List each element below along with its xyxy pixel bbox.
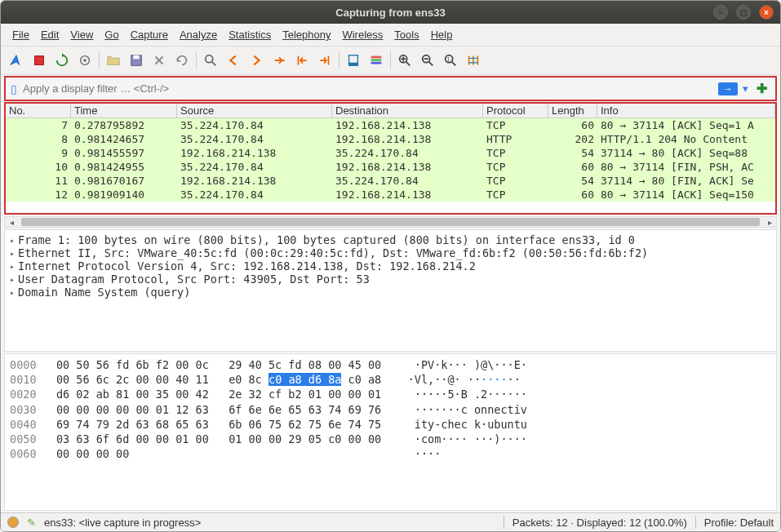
svg-rect-4	[133, 55, 139, 60]
go-forward-icon[interactable]	[246, 50, 267, 71]
edit-capture-comment-icon[interactable]: ✎	[27, 516, 36, 529]
packet-row[interactable]: 90.981455597192.168.214.13835.224.170.84…	[6, 146, 775, 160]
packet-row[interactable]: 100.98142495535.224.170.84192.168.214.13…	[6, 160, 775, 174]
detail-tree-item[interactable]: ▸Domain Name System (query)	[10, 286, 771, 299]
apply-filter-button[interactable]: →	[718, 82, 738, 95]
add-filter-button[interactable]: ✚	[753, 81, 770, 96]
filter-history-dropdown[interactable]: ▾	[741, 82, 750, 95]
zoom-out-icon[interactable]	[417, 50, 438, 71]
menu-go[interactable]: Go	[100, 26, 123, 43]
hex-line[interactable]: 0040 69 74 79 2d 63 68 65 63 6b 06 75 62…	[10, 417, 771, 432]
expand-caret-icon[interactable]: ▸	[10, 275, 15, 284]
svg-point-2	[83, 59, 87, 62]
window-title: Capturing from ens33	[335, 7, 445, 19]
zoom-reset-icon[interactable]: 1	[440, 50, 461, 71]
zoom-in-icon[interactable]	[394, 50, 415, 71]
shark-fin-icon[interactable]	[6, 50, 27, 71]
toolbar: 1	[1, 47, 780, 75]
reload-file-icon[interactable]	[171, 50, 193, 71]
hex-view-pane[interactable]: 0000 00 50 56 fd 6b f2 00 0c 29 40 5c fd…	[4, 353, 777, 511]
expand-caret-icon[interactable]: ▸	[10, 262, 15, 271]
packet-row[interactable]: 110.981670167192.168.214.13835.224.170.8…	[6, 174, 775, 188]
stop-capture-icon[interactable]	[29, 50, 50, 71]
column-source[interactable]: Source	[177, 104, 332, 117]
menu-capture[interactable]: Capture	[126, 26, 173, 43]
hex-line[interactable]: 0030 00 00 00 00 00 01 12 63 6f 6e 6e 65…	[10, 402, 771, 417]
menubar: File Edit View Go Capture Analyze Statis…	[1, 24, 780, 47]
menu-edit[interactable]: Edit	[36, 26, 64, 43]
status-bar: ✎ ens33: <live capture in progress> Pack…	[1, 512, 780, 531]
expand-caret-icon[interactable]: ▸	[10, 249, 15, 258]
detail-tree-item[interactable]: ▸Ethernet II, Src: VMware_40:5c:fd (00:0…	[10, 246, 771, 259]
column-no[interactable]: No.	[6, 104, 71, 117]
packet-details-pane[interactable]: ▸Frame 1: 100 bytes on wire (800 bits), …	[4, 229, 777, 352]
save-file-icon[interactable]	[126, 50, 147, 71]
close-file-icon[interactable]	[149, 50, 170, 71]
menu-analyze[interactable]: Analyze	[175, 26, 222, 43]
column-time[interactable]: Time	[71, 104, 177, 117]
hex-line[interactable]: 0010 00 56 6c 2c 00 00 40 11 e0 8c c0 a8…	[10, 372, 771, 387]
go-to-first-icon[interactable]	[291, 50, 313, 71]
colorize-icon[interactable]	[366, 50, 387, 71]
close-button[interactable]: ×	[759, 5, 774, 20]
packet-row[interactable]: 80.98142465735.224.170.84192.168.214.138…	[6, 132, 775, 146]
maximize-button[interactable]: ◻	[736, 5, 751, 20]
packet-list-hscrollbar[interactable]: ◂▸	[4, 216, 777, 228]
bookmark-icon[interactable]: ▯	[11, 82, 17, 95]
minimize-button[interactable]: –	[713, 5, 728, 20]
display-filter-input[interactable]	[20, 80, 715, 97]
expand-caret-icon[interactable]: ▸	[10, 236, 15, 245]
svg-text:1: 1	[447, 56, 450, 62]
capture-options-icon[interactable]	[74, 50, 95, 71]
menu-telephony[interactable]: Telephony	[277, 26, 335, 43]
expand-caret-icon[interactable]: ▸	[10, 288, 15, 297]
svg-point-6	[282, 60, 285, 62]
menu-statistics[interactable]: Statistics	[224, 26, 276, 43]
go-back-icon[interactable]	[223, 50, 244, 71]
svg-rect-10	[371, 59, 382, 61]
menu-wireless[interactable]: Wireless	[337, 26, 388, 43]
svg-rect-8	[349, 63, 358, 66]
packet-row[interactable]: 120.98190914035.224.170.84192.168.214.13…	[6, 188, 775, 202]
open-file-icon[interactable]	[103, 50, 124, 71]
hex-line[interactable]: 0000 00 50 56 fd 6b f2 00 0c 29 40 5c fd…	[10, 357, 771, 372]
menu-file[interactable]: File	[7, 26, 34, 43]
column-destination[interactable]: Destination	[332, 104, 483, 117]
menu-tools[interactable]: Tools	[389, 26, 424, 43]
column-protocol[interactable]: Protocol	[483, 104, 548, 117]
svg-rect-0	[35, 56, 44, 65]
packet-list: No. Time Source Destination Protocol Len…	[4, 102, 777, 215]
menu-help[interactable]: Help	[426, 26, 458, 43]
detail-tree-item[interactable]: ▸User Datagram Protocol, Src Port: 43905…	[10, 273, 771, 286]
auto-scroll-icon[interactable]	[343, 50, 364, 71]
packet-row[interactable]: 70.27879589235.224.170.84192.168.214.138…	[6, 118, 775, 132]
svg-rect-9	[371, 56, 382, 59]
status-packets: Packets: 12 · Displayed: 12 (100.0%)	[513, 516, 687, 529]
find-packet-icon[interactable]	[200, 50, 221, 71]
status-interface: ens33: <live capture in progress>	[44, 516, 201, 529]
detail-tree-item[interactable]: ▸Internet Protocol Version 4, Src: 192.1…	[10, 259, 771, 273]
detail-tree-item[interactable]: ▸Frame 1: 100 bytes on wire (800 bits), …	[10, 233, 771, 246]
hex-line[interactable]: 0050 03 63 6f 6d 00 00 01 00 01 00 00 29…	[10, 432, 771, 446]
column-length[interactable]: Length	[548, 104, 597, 117]
hex-line[interactable]: 0060 00 00 00 00 ····	[10, 446, 771, 461]
status-profile[interactable]: Profile: Default	[704, 516, 774, 529]
svg-point-5	[206, 55, 213, 63]
filter-bar: ▯ → ▾ ✚	[4, 76, 777, 101]
hex-line[interactable]: 0020 d6 02 ab 81 00 35 00 42 2e 32 cf b2…	[10, 387, 771, 401]
restart-capture-icon[interactable]	[51, 50, 73, 71]
resize-columns-icon[interactable]	[463, 50, 484, 71]
column-info[interactable]: Info	[597, 104, 775, 117]
menu-view[interactable]: View	[65, 26, 98, 43]
packet-list-header: No. Time Source Destination Protocol Len…	[6, 104, 775, 118]
expert-info-icon[interactable]	[7, 516, 19, 528]
svg-rect-11	[371, 62, 382, 64]
go-to-packet-icon[interactable]	[268, 50, 290, 71]
go-to-last-icon[interactable]	[314, 50, 335, 71]
